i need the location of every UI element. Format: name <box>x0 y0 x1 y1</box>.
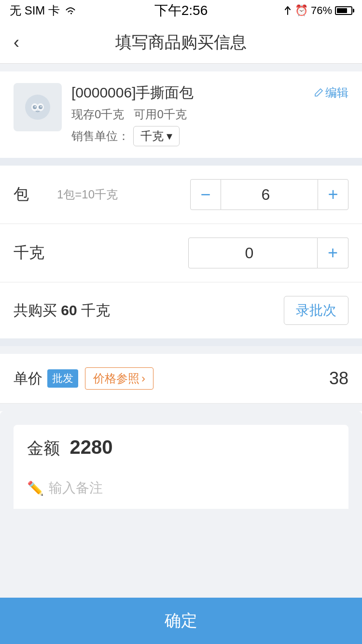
input-label-bao: 包 <box>14 184 52 205</box>
back-button[interactable]: ‹ <box>14 32 19 53</box>
confirm-bar[interactable]: 确定 <box>0 598 362 644</box>
batch-button[interactable]: 录批次 <box>284 296 348 325</box>
product-thumbnail <box>14 83 62 131</box>
price-label: 单价 <box>14 369 42 389</box>
pencil-icon: ✏️ <box>27 480 44 496</box>
confirm-button-label: 确定 <box>165 610 197 632</box>
battery-icon <box>335 6 352 15</box>
product-name: [0000006]手撕面包 <box>71 83 348 103</box>
price-section: 单价 批发 价格参照 › 38 <box>0 354 362 404</box>
amount-section: 金额 2280 ✏️ 输入备注 <box>0 411 362 513</box>
plus-button-bao[interactable]: + <box>318 179 348 210</box>
nav-bar: ‹ 填写商品购买信息 <box>0 21 362 64</box>
product-stock: 现存0千克 可用0千克 <box>71 107 348 122</box>
price-tag: 批发 <box>47 369 78 388</box>
product-card: [0000006]手撕面包 现存0千克 可用0千克 销售单位： 千克 ▾ 编辑 <box>0 71 362 158</box>
input-section: 包 1包=10千克 − + 千克 + 共购买 60 千克 录批次 <box>0 166 362 338</box>
plus-button-kg[interactable]: + <box>318 238 348 268</box>
edit-icon <box>314 88 323 98</box>
input-control-kg: + <box>188 238 348 268</box>
quantity-input-kg[interactable] <box>188 238 318 268</box>
product-logo <box>24 94 51 121</box>
svg-point-5 <box>35 106 36 108</box>
summary-row: 共购买 60 千克 录批次 <box>0 282 362 338</box>
amount-value: 2280 <box>70 436 112 458</box>
price-ref-button[interactable]: 价格参照 › <box>85 367 153 390</box>
amount-inner: 金额 2280 <box>14 425 348 471</box>
wifi-icon <box>64 6 77 15</box>
summary-text: 共购买 60 千克 <box>14 301 110 321</box>
input-row-kg: 千克 + <box>0 224 362 282</box>
battery-percent: 76% <box>311 4 332 17</box>
alarm-icon: ⏰ <box>295 4 308 17</box>
status-time: 下午2:56 <box>154 1 208 20</box>
quantity-input-bao[interactable] <box>221 179 318 210</box>
remark-row[interactable]: ✏️ 输入备注 <box>14 471 348 509</box>
amount-row: 金额 2280 ✏️ 输入备注 <box>0 411 362 513</box>
minus-button-bao[interactable]: − <box>190 179 221 210</box>
input-label-kg: 千克 <box>14 242 52 264</box>
status-right: ⏰ 76% <box>283 4 352 17</box>
status-bar: 无 SIM 卡 下午2:56 ⏰ 76% <box>0 0 362 21</box>
location-icon <box>283 6 292 15</box>
section-separator-1 <box>0 158 362 166</box>
product-info: [0000006]手撕面包 现存0千克 可用0千克 销售单位： 千克 ▾ <box>71 83 348 146</box>
page-title: 填写商品购买信息 <box>115 31 247 54</box>
section-separator-2 <box>0 338 362 346</box>
input-sublabel-bao: 1包=10千克 <box>57 187 118 202</box>
product-unit-row: 销售单位： 千克 ▾ <box>71 126 348 146</box>
amount-label: 金额 <box>27 439 60 457</box>
input-control-bao: − + <box>190 179 348 210</box>
remark-text: 输入备注 <box>49 479 103 497</box>
edit-button[interactable]: 编辑 <box>314 85 348 100</box>
svg-point-6 <box>41 106 42 108</box>
unit-selector[interactable]: 千克 ▾ <box>133 126 180 146</box>
price-value: 38 <box>329 368 348 389</box>
input-row-bao: 包 1包=10千克 − + <box>0 166 362 224</box>
summary-quantity: 60 <box>61 302 77 318</box>
status-carrier: 无 SIM 卡 <box>10 3 77 18</box>
